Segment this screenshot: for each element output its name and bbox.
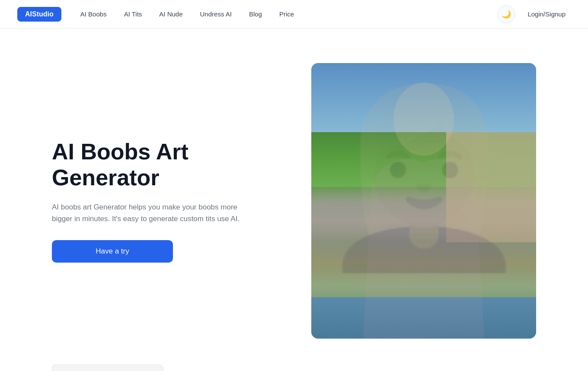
dark-mode-toggle[interactable]: 🌙 <box>497 5 515 23</box>
hero-content: AI Boobs Art Generator AI boobs art Gene… <box>52 139 285 263</box>
brand-logo[interactable]: AIStudio <box>17 7 61 22</box>
nav-link-price[interactable]: Price <box>271 7 303 21</box>
thumbnail-strip <box>0 365 588 371</box>
moon-icon: 🌙 <box>502 10 511 19</box>
hero-title: AI Boobs Art Generator <box>52 139 285 191</box>
hero-image <box>311 63 536 339</box>
scene-buildings <box>446 132 536 242</box>
login-signup-button[interactable]: Login/Signup <box>522 7 571 21</box>
nav-link-ai-nude[interactable]: AI Nude <box>150 7 191 21</box>
nav-link-ai-boobs[interactable]: AI Boobs <box>72 7 115 21</box>
hero-image-container <box>311 63 536 339</box>
hero-section: AI Boobs Art Generator AI boobs art Gene… <box>0 29 588 365</box>
hero-cta-button[interactable]: Have a try <box>52 240 173 263</box>
scene-nature <box>311 132 536 187</box>
nav-links: AI Boobs AI Tits AI Nude Undress AI Blog… <box>72 7 494 21</box>
hero-description: AI boobs art Generator helps you make yo… <box>52 201 259 225</box>
nav-link-ai-tits[interactable]: AI Tits <box>115 7 151 21</box>
thumbnail-placeholder <box>52 365 163 371</box>
nav-right: 🌙 Login/Signup <box>497 5 571 23</box>
nav-link-undress-ai[interactable]: Undress AI <box>192 7 240 21</box>
navbar: AIStudio AI Boobs AI Tits AI Nude Undres… <box>0 0 588 29</box>
svg-point-0 <box>393 82 454 156</box>
nav-link-blog[interactable]: Blog <box>240 7 271 21</box>
